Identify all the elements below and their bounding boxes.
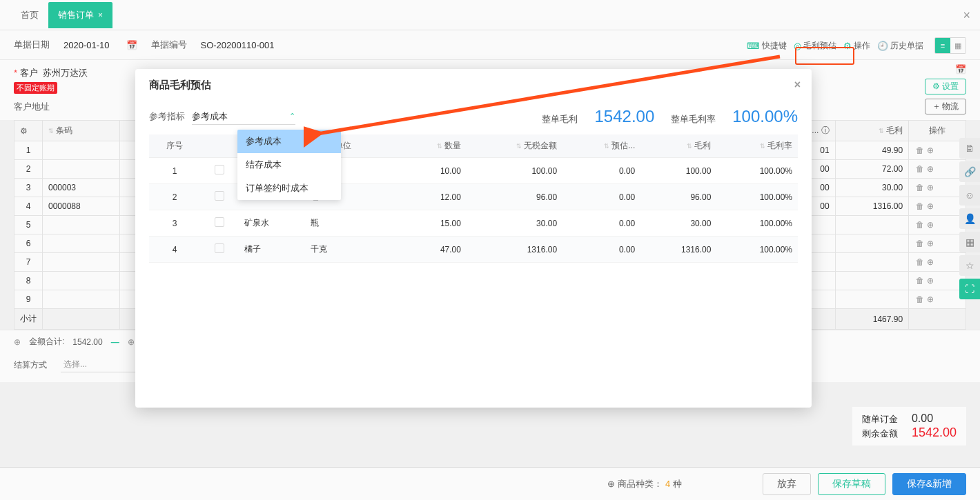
mcell-profit: 100.00	[640, 158, 716, 184]
mcell-amount: 96.00	[467, 184, 562, 210]
profit-row[interactable]: 3矿泉水瓶15.0030.000.0030.00100.00%	[149, 210, 798, 237]
mcol-seq: 序号	[149, 134, 200, 158]
mcell-qty: 10.00	[401, 158, 467, 184]
mcol-check[interactable]	[200, 134, 239, 158]
mcell-rate: 100.00%	[716, 184, 798, 210]
mcell-check[interactable]	[200, 158, 239, 184]
mcell-qty: 12.00	[401, 184, 467, 210]
mcol-est[interactable]: ⇅预估...	[562, 134, 640, 158]
mcell-check[interactable]	[200, 210, 239, 237]
mcell-seq: 3	[149, 210, 200, 237]
mcell-qty: 15.00	[401, 210, 467, 237]
chevron-up-icon: ⌃	[289, 112, 295, 121]
mcell-qty: 47.00	[401, 237, 467, 263]
mcell-unit: 瓶	[305, 210, 401, 237]
mcell-est: 0.00	[562, 184, 640, 210]
mcol-profit[interactable]: ⇅毛利	[640, 134, 716, 158]
rate-value: 100.00%	[732, 107, 798, 126]
ref-select[interactable]: 参考成本 ⌃ 参考成本 结存成本 订单签约时成本	[192, 109, 295, 125]
mcell-check[interactable]	[200, 237, 239, 263]
modal-close-icon[interactable]: ×	[794, 79, 801, 91]
mcell-unit: 千克	[305, 237, 401, 263]
mcell-seq: 4	[149, 237, 200, 263]
rate-label: 整单毛利率	[671, 113, 716, 126]
modal-title: 商品毛利预估	[149, 79, 211, 90]
mcell-amount: 1316.00	[467, 237, 562, 263]
mcol-rate[interactable]: ⇅毛利率	[716, 134, 798, 158]
mcell-rate: 100.00%	[716, 237, 798, 263]
mcell-name: 橘子	[239, 237, 305, 263]
ref-label: 参考指标	[149, 110, 185, 123]
mcell-rate: 100.00%	[716, 158, 798, 184]
mcell-amount: 100.00	[467, 158, 562, 184]
profit-row[interactable]: 4橘子千克47.001316.000.001316.00100.00%	[149, 237, 798, 263]
mcell-amount: 30.00	[467, 210, 562, 237]
mcol-amount[interactable]: ⇅无税金额	[467, 134, 562, 158]
dd-option-balcost[interactable]: 结存成本	[237, 153, 341, 177]
mcell-profit: 1316.00	[640, 237, 716, 263]
ref-dropdown: 参考成本 结存成本 订单签约时成本	[237, 130, 341, 200]
mcell-seq: 1	[149, 158, 200, 184]
mcell-est: 0.00	[562, 158, 640, 184]
mcell-profit: 96.00	[640, 184, 716, 210]
mcell-rate: 100.00%	[716, 210, 798, 237]
ref-value: 参考成本	[192, 110, 228, 123]
mcell-name: 矿泉水	[239, 210, 305, 237]
mcell-seq: 2	[149, 184, 200, 210]
mcell-profit: 30.00	[640, 210, 716, 237]
dd-option-signcost[interactable]: 订单签约时成本	[237, 177, 341, 200]
mcell-check[interactable]	[200, 184, 239, 210]
total-profit-value: 1542.00	[594, 107, 654, 126]
dd-option-refcost[interactable]: 参考成本	[237, 130, 341, 153]
mcol-qty[interactable]: ⇅数量	[401, 134, 467, 158]
total-profit-label: 整单毛利	[542, 113, 578, 126]
mcell-est: 0.00	[562, 237, 640, 263]
mcell-est: 0.00	[562, 210, 640, 237]
modal-kpi: 整单毛利 1542.00 整单毛利率 100.00%	[542, 107, 798, 126]
profit-modal: 商品毛利预估 × 参考指标 参考成本 ⌃ 参考成本 结存成本 订单签约时成本 整…	[135, 69, 812, 408]
